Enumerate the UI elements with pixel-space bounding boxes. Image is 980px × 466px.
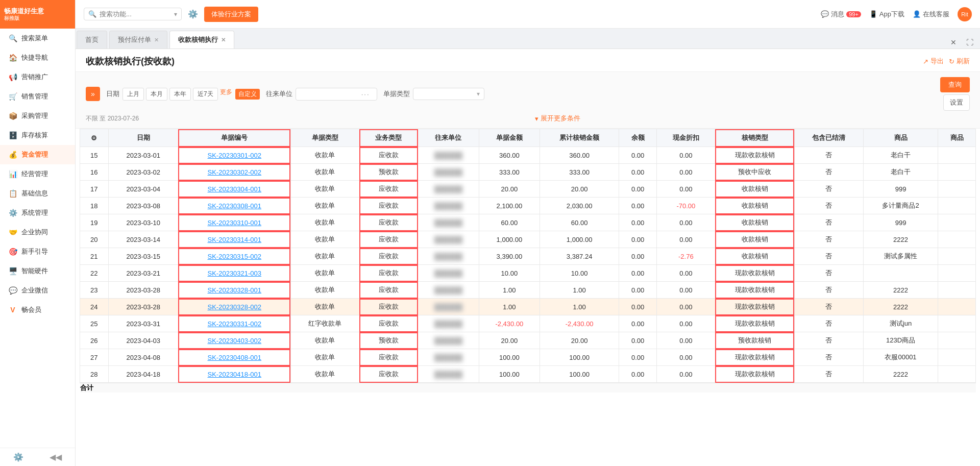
order-no-link[interactable]: SK-20230418-001 [208, 371, 262, 378]
filter-counterparty-input[interactable] [300, 90, 361, 98]
order-no-link[interactable]: SK-20230308-001 [208, 202, 262, 210]
sidebar-item-basics[interactable]: 📋 基础信息 [0, 184, 75, 203]
filter-setting-button[interactable]: 设置 [943, 94, 970, 111]
cell-product1: 999 [863, 214, 938, 231]
order-no-link[interactable]: SK-20230310-001 [208, 219, 262, 227]
order-no-link[interactable]: SK-20230321-003 [208, 269, 262, 277]
sidebar-item-finance[interactable]: 💰 资金管理 [0, 145, 75, 164]
col-settings[interactable]: ⚙ [80, 129, 109, 147]
col-balance: 余额 [619, 129, 657, 147]
topbar-gear-icon[interactable]: ⚙️ [188, 9, 198, 19]
tab-prepay-close[interactable]: ✕ [154, 37, 159, 43]
tab-close-all-icon[interactable]: ✕ [947, 36, 960, 48]
sidebar-item-operations[interactable]: 📊 经营管理 [0, 164, 75, 184]
filter-order-type-select[interactable]: ▾ [413, 88, 484, 100]
sidebar-item-inventory[interactable]: 🗄️ 库存核算 [0, 126, 75, 145]
online-service-item[interactable]: 👤 在线客服 [913, 10, 949, 19]
tab-prepay[interactable]: 预付应付单 ✕ [109, 31, 167, 48]
filter-date-7days[interactable]: 近7天 [193, 88, 218, 101]
expand-more-button[interactable]: ▾ 展开更多条件 [535, 114, 580, 123]
tab-writeoff-close[interactable]: ✕ [221, 37, 226, 43]
sidebar-label-purchase: 采购管理 [21, 111, 48, 120]
filter-date-this-month[interactable]: 本月 [146, 88, 167, 101]
sidebar-item-hardware[interactable]: 🖥️ 智能硬件 [0, 261, 75, 281]
sidebar-item-enterprise[interactable]: 🤝 企业协同 [0, 223, 75, 242]
cell-accumulated: 3,387.24 [540, 248, 619, 265]
cell-counterparty: ██████ [418, 198, 479, 214]
topbar-dropdown-icon[interactable]: ▾ [174, 11, 177, 18]
cell-order-type: 收款单 [290, 214, 359, 231]
cell-no: 17 [80, 181, 109, 198]
sidebar-item-system[interactable]: ⚙️ 系统管理 [0, 203, 75, 223]
tab-writeoff[interactable]: 收款核销执行 ✕ [169, 31, 234, 48]
sidebar-item-search[interactable]: 🔍 搜索菜单 [0, 29, 75, 48]
sidebar-item-wechat[interactable]: 💬 企业微信 [0, 281, 75, 300]
order-no-link[interactable]: SK-20230328-002 [208, 303, 262, 311]
app-download-item[interactable]: 📱 App下载 [869, 10, 904, 19]
order-no-link[interactable]: SK-20230331-002 [208, 320, 262, 328]
cell-biz-type: 应收款 [359, 198, 418, 214]
marketing-icon: 📢 [8, 72, 17, 82]
cell-no: 28 [80, 366, 109, 383]
tab-home[interactable]: 首页 [77, 31, 107, 48]
order-no-link[interactable]: SK-20230314-001 [208, 236, 262, 243]
cell-balance: 0.00 [619, 181, 657, 198]
sidebar-label-wechat: 企业微信 [21, 286, 48, 295]
cell-product1: 老白干 [863, 147, 938, 164]
user-avatar[interactable]: Rit [958, 7, 972, 21]
order-no-link[interactable]: SK-20230302-002 [208, 168, 262, 176]
cell-discount: -70.00 [657, 198, 716, 214]
cell-amount: 2,100.00 [479, 198, 540, 214]
message-badge: 99+ [846, 11, 861, 17]
cell-discount: 0.00 [657, 147, 716, 164]
cell-order-type: 收款单 [290, 231, 359, 248]
table-row: 17 2023-03-04 SK-20230304-001 收款单 应收款 ██… [80, 181, 976, 198]
message-item[interactable]: 💬 消息 99+ [821, 10, 861, 19]
order-no-link[interactable]: SK-20230328-001 [208, 286, 262, 294]
topbar-search-input[interactable] [100, 10, 171, 18]
filter-date-this-year[interactable]: 本年 [169, 88, 191, 101]
cell-accumulated: 1.00 [540, 282, 619, 299]
sidebar-item-quick-nav[interactable]: 🏠 快捷导航 [0, 48, 75, 67]
sidebar-item-sales[interactable]: 🛒 销售管理 [0, 87, 75, 106]
cell-product1 [863, 265, 938, 282]
sidebar-item-newbie[interactable]: 🎯 新手引导 [0, 242, 75, 261]
order-no-link[interactable]: SK-20230315-002 [208, 253, 262, 260]
cell-discount: -2.76 [657, 248, 716, 265]
cell-counterparty: ██████ [418, 299, 479, 315]
cell-included: 否 [794, 248, 863, 265]
solution-button[interactable]: 体验行业方案 [204, 7, 258, 22]
enterprise-icon: 🤝 [8, 228, 17, 237]
order-no-link[interactable]: SK-20230304-001 [208, 185, 262, 193]
cell-balance: 0.00 [619, 164, 657, 181]
cell-discount: 0.00 [657, 299, 716, 315]
refresh-button[interactable]: ↻ 刷新 [949, 57, 970, 66]
export-button[interactable]: ↗ 导出 [923, 57, 944, 66]
filter-date-last-month[interactable]: 上月 [122, 88, 144, 101]
sidebar-item-purchase[interactable]: 📦 采购管理 [0, 106, 75, 126]
query-button[interactable]: 查询 [940, 77, 970, 92]
order-no-link[interactable]: SK-20230301-002 [208, 152, 262, 159]
order-no-link[interactable]: SK-20230403-002 [208, 337, 262, 345]
sidebar-item-member[interactable]: V 畅会员 [0, 300, 75, 320]
cell-discount: 0.00 [657, 366, 716, 383]
tabs-bar: 首页 预付应付单 ✕ 收款核销执行 ✕ ✕ ⛶ [76, 29, 980, 49]
filter-counterparty-dots[interactable]: ··· [361, 90, 370, 98]
cell-counterparty: ██████ [418, 231, 479, 248]
cell-accumulated: 20.00 [540, 332, 619, 349]
cell-amount: 1,000.00 [479, 231, 540, 248]
cell-no: 25 [80, 315, 109, 332]
topbar-search-icon: 🔍 [88, 10, 96, 18]
filter-custom-badge[interactable]: 自定义 [235, 89, 260, 100]
order-no-link[interactable]: SK-20230408-001 [208, 354, 262, 361]
sidebar-item-marketing[interactable]: 📢 营销推广 [0, 67, 75, 87]
cell-order-no: SK-20230408-001 [178, 349, 290, 366]
tab-expand-icon[interactable]: ⛶ [964, 36, 976, 48]
cell-no: 22 [80, 265, 109, 282]
cell-accumulated: 2,030.00 [540, 198, 619, 214]
filter-expand-button[interactable]: » [86, 87, 100, 101]
cell-order-type: 红字收款单 [290, 315, 359, 332]
settings-bottom-icon[interactable]: ⚙️ [13, 452, 23, 462]
filter-date-more[interactable]: 更多 [220, 88, 232, 101]
collapse-sidebar-icon[interactable]: ◀◀ [50, 452, 62, 462]
